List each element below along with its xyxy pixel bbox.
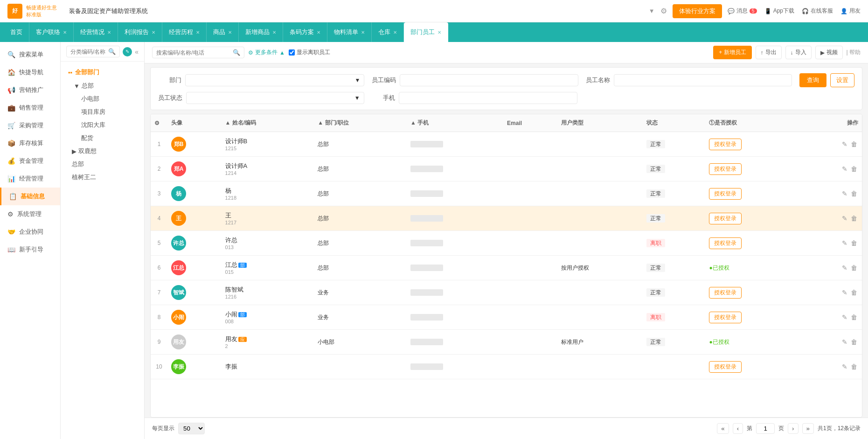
- sidebar-item-basic[interactable]: 📋 基础信息: [0, 188, 60, 205]
- col-name[interactable]: ▲ 姓名/编码: [222, 114, 314, 132]
- close-icon[interactable]: ✕: [228, 30, 232, 35]
- tab-history[interactable]: 经营历程 ✕: [162, 22, 207, 42]
- delete-icon[interactable]: 🗑: [850, 337, 858, 347]
- filter-status-select[interactable]: ▼: [186, 92, 364, 104]
- sidebar-item-sales[interactable]: 💼 销售管理: [0, 99, 60, 117]
- page-input[interactable]: [756, 423, 775, 434]
- filter-phone-input[interactable]: [399, 92, 578, 104]
- edit-icon[interactable]: ✎: [841, 362, 848, 371]
- sidebar-item-collab[interactable]: 🤝 企业协同: [0, 223, 60, 241]
- tab-warehouse[interactable]: 仓库 ✕: [372, 22, 404, 42]
- delete-icon[interactable]: 🗑: [850, 313, 858, 322]
- tab-goods[interactable]: 商品 ✕: [207, 22, 239, 42]
- message-action[interactable]: 💬 消息 5: [728, 7, 757, 15]
- search-icon[interactable]: 🔍: [233, 49, 240, 56]
- tree-node-shuanglu[interactable]: ▶ 双鹿想: [68, 145, 140, 158]
- tree-search-icon[interactable]: 🔍: [108, 48, 116, 55]
- set-button[interactable]: 设置: [830, 73, 854, 87]
- last-page-btn[interactable]: »: [802, 423, 814, 434]
- sidebar-item-nav[interactable]: 🏠 快捷导航: [0, 63, 60, 81]
- tab-profit[interactable]: 利润报告 ✕: [118, 22, 162, 42]
- close-icon[interactable]: ✕: [196, 30, 200, 35]
- sidebar-item-operation[interactable]: 📊 经营管理: [0, 170, 60, 188]
- resigned-checkbox-input[interactable]: [289, 49, 295, 56]
- col-settings[interactable]: ⚙: [151, 114, 167, 132]
- tab-home[interactable]: 首页: [4, 22, 29, 42]
- close-icon[interactable]: ✕: [361, 30, 365, 35]
- delete-icon[interactable]: 🗑: [850, 263, 858, 272]
- edit-icon[interactable]: ✎: [841, 189, 848, 198]
- close-icon[interactable]: ✕: [317, 30, 320, 35]
- tree-all-dept[interactable]: ▪▪ 全部部门: [64, 65, 140, 79]
- delete-icon[interactable]: 🗑: [850, 189, 858, 198]
- tree-collapse-icon[interactable]: «: [135, 48, 139, 56]
- delete-icon[interactable]: 🗑: [850, 139, 858, 149]
- more-filter-btn[interactable]: ⚙ 更多条件 ▲: [248, 49, 285, 56]
- tree-node-zongbu[interactable]: 总部: [68, 158, 140, 171]
- edit-icon[interactable]: ✎: [841, 238, 848, 248]
- app-download-action[interactable]: 📱 App下载: [764, 7, 794, 15]
- close-icon[interactable]: ✕: [107, 30, 111, 35]
- close-icon[interactable]: ✕: [63, 30, 67, 35]
- sidebar-item-purchase[interactable]: 🛒 采购管理: [0, 117, 60, 134]
- edit-icon[interactable]: ✎: [841, 263, 848, 272]
- edit-icon[interactable]: ✎: [841, 139, 848, 149]
- query-button[interactable]: 查询: [799, 73, 826, 87]
- auth-login-btn[interactable]: 授权登录: [709, 139, 742, 150]
- sidebar-item-search[interactable]: 🔍 搜索菜单: [0, 46, 60, 63]
- auth-login-btn[interactable]: 授权登录: [709, 163, 742, 175]
- settings-icon[interactable]: ⚙: [660, 7, 667, 15]
- dropdown-icon[interactable]: ▼: [649, 7, 655, 14]
- close-icon[interactable]: ✕: [152, 30, 155, 35]
- delete-icon[interactable]: 🗑: [850, 288, 858, 297]
- edit-icon[interactable]: ✎: [841, 164, 848, 174]
- sidebar-item-system[interactable]: ⚙ 系统管理: [0, 205, 60, 223]
- user-action[interactable]: 👤 用友: [840, 7, 861, 15]
- next-page-btn[interactable]: ›: [788, 423, 798, 434]
- prev-page-btn[interactable]: ‹: [733, 423, 743, 434]
- col-dept[interactable]: ▲ 部门/职位: [314, 114, 407, 132]
- tab-customer[interactable]: 客户联络 ✕: [29, 22, 74, 42]
- edit-icon[interactable]: ✎: [841, 313, 848, 322]
- add-emp-button[interactable]: + 新增员工: [713, 46, 751, 59]
- import-button[interactable]: ↓ 导入: [785, 46, 812, 59]
- delete-icon[interactable]: 🗑: [850, 238, 858, 248]
- tree-node-distribution[interactable]: 配货: [68, 132, 140, 145]
- edit-icon[interactable]: ✎: [841, 214, 848, 223]
- sidebar-item-marketing[interactable]: 📢 营销推广: [0, 81, 60, 99]
- tree-search-input[interactable]: [70, 49, 106, 55]
- tree-node-shenyang[interactable]: 沈阳大库: [68, 118, 140, 132]
- auth-login-btn[interactable]: 授权登录: [709, 361, 742, 373]
- search-input[interactable]: [156, 49, 231, 56]
- filter-name-input[interactable]: [614, 74, 792, 86]
- tree-node-project[interactable]: 项目库房: [68, 105, 140, 118]
- show-resigned-checkbox[interactable]: 显示离职员工: [289, 49, 330, 56]
- auth-login-btn[interactable]: 授权登录: [709, 213, 742, 224]
- auth-login-btn[interactable]: 授权登录: [709, 312, 742, 323]
- close-icon[interactable]: ✕: [437, 30, 441, 35]
- tree-node-small-elec[interactable]: 小电部: [68, 92, 140, 105]
- tab-operation[interactable]: 经营情况 ✕: [74, 22, 118, 42]
- tab-new-goods[interactable]: 新增商品 ✕: [239, 22, 283, 42]
- delete-icon[interactable]: 🗑: [850, 362, 858, 371]
- tree-node-zhishu[interactable]: 植树王二: [68, 171, 140, 184]
- filter-dept-select[interactable]: ▼: [185, 74, 364, 86]
- online-service-action[interactable]: 🎧 在线客服: [802, 7, 833, 15]
- tab-barcode[interactable]: 条码方案 ✕: [283, 22, 327, 42]
- auth-login-btn[interactable]: 授权登录: [709, 237, 742, 249]
- delete-icon[interactable]: 🗑: [850, 164, 858, 174]
- first-page-btn[interactable]: «: [717, 423, 729, 434]
- tree-node-headquarter[interactable]: ▼ 总部: [68, 79, 140, 92]
- filter-code-input[interactable]: [400, 74, 578, 86]
- close-icon[interactable]: ✕: [393, 30, 397, 35]
- auth-login-btn[interactable]: 授权登录: [709, 287, 742, 299]
- tab-dept-emp[interactable]: 部门员工 ✕: [404, 22, 448, 42]
- sidebar-item-inventory[interactable]: 📦 库存核算: [0, 134, 60, 152]
- view-button[interactable]: ▶ 视频: [815, 46, 843, 59]
- help-btn[interactable]: | 帮助: [847, 49, 861, 56]
- sidebar-item-guide[interactable]: 📖 新手引导: [0, 241, 60, 258]
- col-phone[interactable]: ▲ 手机: [407, 114, 503, 132]
- edit-icon[interactable]: ✎: [841, 337, 848, 347]
- tree-settings-icon[interactable]: ✎: [123, 47, 132, 56]
- trial-button[interactable]: 体验行业方案: [673, 4, 722, 18]
